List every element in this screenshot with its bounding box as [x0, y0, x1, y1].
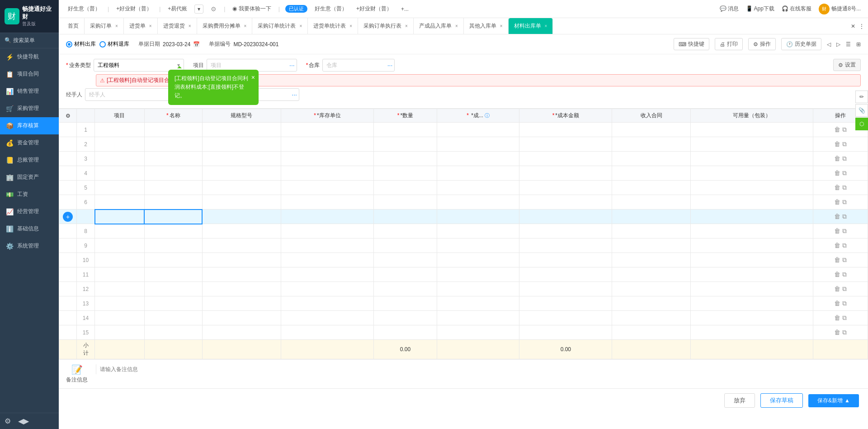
row-2-cost-amount[interactable]	[519, 137, 612, 152]
sidebar-item-quick[interactable]: ⚡ 快捷导航	[0, 48, 59, 66]
row-8-delete-btn[interactable]: 🗑	[834, 227, 840, 235]
handler-input[interactable]: 经手人 ···	[85, 88, 175, 101]
row-2-name[interactable]	[144, 137, 202, 152]
row-10-delete-btn[interactable]: 🗑	[834, 256, 840, 264]
row-11-copy-btn[interactable]: ⧉	[842, 271, 847, 278]
row-2-delete-btn[interactable]: 🗑	[834, 140, 840, 148]
project-ellipsis-btn[interactable]: ···	[289, 62, 295, 69]
sidebar-item-ledger[interactable]: 📒 总账管理	[0, 152, 59, 169]
tab-finished-goods[interactable]: 产成品入库单×	[414, 18, 464, 34]
operation-btn[interactable]: ⚙操作	[748, 38, 776, 50]
topbar-nav-haoshengyi[interactable]: 好生意（普）	[66, 5, 102, 13]
row-1-qty[interactable]	[373, 123, 437, 137]
collapse-icon[interactable]: ◀▶	[18, 417, 29, 425]
row-10-copy-btn[interactable]: ⧉	[842, 256, 847, 264]
right-mini-green-btn[interactable]: ⬡	[855, 118, 868, 130]
row-1-cost-price[interactable]	[437, 123, 519, 137]
sidebar-item-purchase[interactable]: 🛒 采购管理	[0, 100, 59, 117]
radio-material-outbound[interactable]: 材料出库	[66, 40, 96, 48]
tab-goods-return[interactable]: 进货退货×	[158, 18, 197, 34]
row-2-project[interactable]	[95, 137, 145, 152]
next-record-btn[interactable]: ▷	[836, 41, 840, 48]
sidebar-item-assets[interactable]: 🏢 固定资产	[0, 169, 59, 186]
row-9-copy-btn[interactable]: ⧉	[842, 242, 847, 249]
tab-close-purchase-stats[interactable]: ×	[299, 24, 302, 29]
sidebar-item-salary[interactable]: 💵 工资	[0, 186, 59, 203]
row-5-delete-btn[interactable]: 🗑	[834, 184, 840, 191]
sidebar-item-finance[interactable]: 💰 资金管理	[0, 134, 59, 152]
row-2-copy-btn[interactable]: ⧉	[842, 140, 847, 148]
col-settings-header[interactable]: ⚙	[59, 109, 77, 123]
tab-close-purchase-order[interactable]: ×	[115, 24, 118, 29]
sidebar-item-project[interactable]: 📋 项目合同	[0, 66, 59, 83]
tab-close-finished-goods[interactable]: ×	[455, 24, 458, 29]
row-1-cost-amount[interactable]	[519, 123, 612, 137]
sidebar-item-sales[interactable]: 📊 销售管理	[0, 83, 59, 100]
row-12-copy-btn[interactable]: ⧉	[842, 285, 847, 293]
topbar-nav-experience[interactable]: ◉ 我要体验一下	[231, 5, 273, 13]
save-new-btn[interactable]: 保存&新增 ▲	[808, 394, 859, 407]
topbar-message[interactable]: 💬 消息	[720, 5, 739, 13]
row-14-delete-btn[interactable]: 🗑	[834, 314, 840, 322]
sidebar-item-search[interactable]: 🔍 搜索菜单	[0, 33, 59, 48]
sidebar-item-system[interactable]: ⚙️ 系统管理	[0, 238, 59, 255]
add-row-btn[interactable]: +	[63, 212, 73, 222]
row-9-delete-btn[interactable]: 🗑	[834, 242, 840, 249]
settings-btn[interactable]: ⚙ 设置	[833, 59, 861, 71]
radio-material-return[interactable]: 材料退库	[99, 40, 129, 48]
row-7-delete-btn[interactable]: 🗑	[834, 213, 840, 220]
save-draft-btn[interactable]: 保存草稿	[760, 393, 803, 408]
row-1-project[interactable]	[95, 123, 145, 137]
row-6-copy-btn[interactable]: ⧉	[842, 198, 847, 206]
row-2-income-contract[interactable]	[612, 137, 691, 152]
row-1-copy-btn[interactable]: ⧉	[842, 126, 847, 133]
row-1-income-contract[interactable]	[612, 123, 691, 137]
row-4-delete-btn[interactable]: 🗑	[834, 169, 840, 177]
topbar-nav-haoyecai2[interactable]: +好业财（普）	[354, 5, 394, 13]
row-2-cost-price[interactable]	[437, 137, 519, 152]
right-mini-edit-btn[interactable]: ✏	[855, 91, 868, 103]
tab-close-material-outbound[interactable]: ×	[545, 24, 547, 29]
row-14-copy-btn[interactable]: ⧉	[842, 314, 847, 322]
quick-keys-btn[interactable]: ⌨快捷键	[674, 38, 709, 50]
tab-material-outbound[interactable]: 材料出库单×	[509, 18, 553, 34]
warehouse-input[interactable]: 仓库 ···	[322, 59, 395, 72]
row-5-copy-btn[interactable]: ⧉	[842, 184, 847, 191]
tab-home[interactable]: 首页	[62, 18, 85, 34]
row-8-copy-btn[interactable]: ⧉	[842, 227, 847, 235]
tab-goods-stats[interactable]: 进货单统计表×	[308, 18, 358, 34]
row-15-copy-btn[interactable]: ⧉	[842, 329, 847, 336]
tab-more-options[interactable]: ⋮	[859, 23, 864, 29]
topbar-user-avatar[interactable]: 财 畅捷通8号...	[819, 4, 861, 14]
row-3-copy-btn[interactable]: ⧉	[842, 155, 847, 162]
tab-purchase-stats[interactable]: 采购订单统计表×	[252, 18, 308, 34]
row-2-qty[interactable]	[373, 137, 437, 152]
sidebar-item-operation[interactable]: 📈 经营管理	[0, 203, 59, 220]
topbar-nav-yidaizhang[interactable]: +易代账	[166, 5, 189, 13]
tab-other-receipt[interactable]: 其他入库单×	[464, 18, 509, 34]
row-3-delete-btn[interactable]: 🗑	[834, 155, 840, 162]
topbar-nav-dropdown[interactable]: ▾	[194, 5, 203, 14]
row-13-copy-btn[interactable]: ⧉	[842, 300, 847, 307]
topbar-nav-haoyecai[interactable]: +好业财（普）	[114, 5, 154, 13]
tab-purchase-exec[interactable]: 采购订单执行表×	[358, 18, 414, 34]
tab-close-goods-stats[interactable]: ×	[349, 24, 352, 29]
row-2-spec[interactable]	[202, 137, 281, 152]
row-2-unit[interactable]	[281, 137, 374, 152]
topbar-online-service[interactable]: 🎧 在线客服	[782, 5, 811, 13]
income-contract-ellipsis-btn[interactable]: ···	[292, 91, 297, 98]
topbar-settings-icon[interactable]: ⚙	[209, 5, 218, 13]
print-btn[interactable]: 🖨打印	[715, 38, 743, 50]
discard-btn[interactable]: 放弃	[724, 393, 755, 408]
row-1-name[interactable]	[144, 123, 202, 137]
tab-goods-receipt[interactable]: 进货单×	[124, 18, 158, 34]
tab-close-purchase-exec[interactable]: ×	[405, 24, 408, 29]
save-dropdown-arrow[interactable]: ▲	[844, 397, 850, 404]
view-grid-btn[interactable]: ⊞	[856, 41, 861, 48]
topbar-nav-haoshengyi2[interactable]: 好生意（普）	[313, 5, 349, 13]
warehouse-ellipsis-btn[interactable]: ···	[387, 62, 393, 69]
history-btn[interactable]: 🕐历史单据	[781, 38, 821, 50]
tab-close-goods-receipt[interactable]: ×	[149, 24, 152, 29]
notes-input[interactable]	[96, 364, 861, 374]
right-mini-clip-btn[interactable]: 📎	[855, 104, 868, 117]
